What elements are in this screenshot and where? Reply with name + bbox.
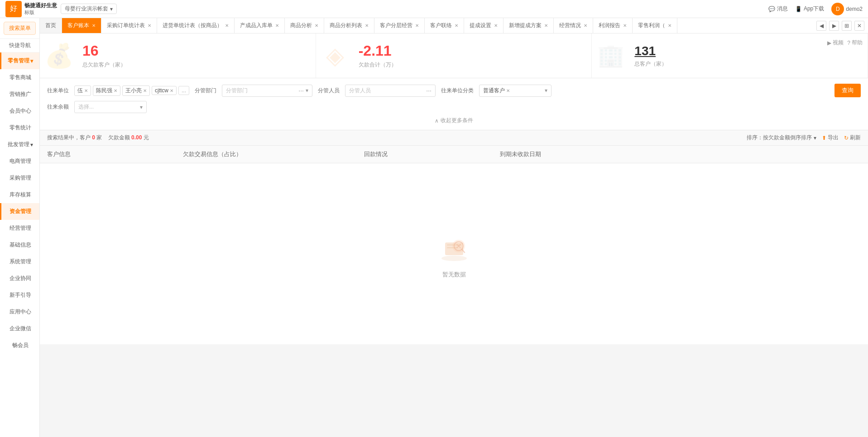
overdue-customers-label: 总欠款客户（家） <box>82 61 126 69</box>
app-download-btn[interactable]: 📱 App下载 <box>795 5 824 13</box>
sidebar-item-procurement[interactable]: 采购管理 <box>0 170 39 186</box>
export-btn[interactable]: ⬆ 导出 <box>822 134 839 142</box>
sidebar-item-retail-mall[interactable]: 零售商城 <box>0 69 39 86</box>
total-customers-value: 131 <box>634 44 667 58</box>
tab-product-analysis[interactable]: 商品分析 ✕ <box>285 18 324 33</box>
category-tag-close[interactable]: ✕ <box>506 88 510 93</box>
col-repayment: 回款情况 <box>364 150 500 158</box>
sidebar-item-vip[interactable]: 畅会员 <box>0 337 39 354</box>
sidebar-item-wechat[interactable]: 企业微信 <box>0 320 39 337</box>
account-selector[interactable]: 母婴行业演示帐套 ▾ <box>61 4 117 14</box>
stat-info-amount: -2.11 欠款合计（万） <box>359 43 397 69</box>
sidebar-item-capital[interactable]: 资金管理 <box>0 203 39 220</box>
tab-close-contact[interactable]: ✕ <box>455 23 458 28</box>
refresh-btn[interactable]: ↻ 刷新 <box>844 134 861 142</box>
sidebar-item-guide[interactable]: 新手引导 <box>0 287 39 304</box>
table-container: 客户信息 欠款交易信息（占比） 回款情况 到期未收款日期 <box>40 146 868 344</box>
sidebar-item-app-center[interactable]: 应用中心 <box>0 304 39 320</box>
balance-select[interactable]: 选择... ▾ <box>74 101 147 113</box>
filter-tag-cjttcw: cjttcw ✕ <box>152 86 177 95</box>
tab-close-promo-settings[interactable]: ✕ <box>494 23 498 28</box>
overdue-amount-value: -2.11 <box>359 43 397 59</box>
manager-select[interactable]: 分管人员 ··· <box>345 85 436 97</box>
video-btn[interactable]: ▶ 视频 <box>827 39 844 47</box>
tab-operations[interactable]: 经营情况 ✕ <box>554 18 593 33</box>
tab-close-purchase[interactable]: ✕ <box>148 23 151 28</box>
customers-icon: 💰 <box>45 42 72 69</box>
query-btn[interactable]: 查询 <box>834 84 861 97</box>
sort-chevron: ▾ <box>814 135 816 141</box>
manager-dots[interactable]: ··· <box>426 87 432 94</box>
search-menu-btn[interactable]: 搜索菜单 <box>4 22 36 35</box>
tab-close-segment[interactable]: ✕ <box>415 23 419 28</box>
col-debt-info: 欠款交易信息（占比） <box>183 150 364 158</box>
tag-wu-close[interactable]: ✕ <box>84 88 88 93</box>
sidebar-item-ecommerce[interactable]: 电商管理 <box>0 153 39 170</box>
quick-nav-btn[interactable]: 快捷导航 <box>0 39 39 52</box>
tab-home[interactable]: 首页 <box>40 18 62 33</box>
sidebar-item-member[interactable]: 会员中心 <box>0 103 39 119</box>
tab-close-ops[interactable]: ✕ <box>584 23 587 28</box>
tab-next-btn[interactable]: ▶ <box>829 21 839 31</box>
department-dots[interactable]: ··· <box>298 87 304 94</box>
col-due-date: 到期未收款日期 <box>500 150 861 158</box>
main-layout: 搜索菜单 快捷导航 零售管理 ▾ 零售商城 营销推广 会员中心 零售统计 批发管… <box>0 18 868 437</box>
message-btn[interactable]: 💬 消息 <box>768 5 788 13</box>
tab-close-accounts[interactable]: ✕ <box>92 23 96 28</box>
manager-label: 分管人员 <box>318 87 340 95</box>
stat-card-amount: ◈ -2.11 欠款合计（万） <box>316 33 592 78</box>
tab-profit[interactable]: 利润报告 ✕ <box>593 18 633 33</box>
collapse-btn[interactable]: ∧ 收起更多条件 <box>435 117 473 124</box>
avatar: D <box>831 3 844 15</box>
tab-expand-btn[interactable]: ⊞ <box>842 21 852 31</box>
tab-close-retail-profit[interactable]: ✕ <box>668 23 671 28</box>
tag-wang-close[interactable]: ✕ <box>143 88 147 93</box>
tab-product-analysis-list[interactable]: 商品分析列表 ✕ <box>324 18 374 33</box>
tab-product-inbound[interactable]: 产成品入库单 ✕ <box>235 18 285 33</box>
tab-purchase-orders[interactable]: 采购订单统计表 ✕ <box>101 18 157 33</box>
filter-row-2: 往来余额 选择... ▾ <box>47 101 861 113</box>
tab-customer-contact[interactable]: 客户联络 ✕ <box>425 18 464 33</box>
message-icon: 💬 <box>768 6 775 12</box>
tab-close-analysis[interactable]: ✕ <box>315 23 318 28</box>
tab-prev-btn[interactable]: ◀ <box>816 21 826 31</box>
help-btn[interactable]: ? 帮助 <box>847 39 863 47</box>
sidebar-item-basic[interactable]: 基础信息 <box>0 237 39 253</box>
tab-close-product[interactable]: ✕ <box>275 23 279 28</box>
page-help: ▶ 视频 ? 帮助 <box>827 39 863 47</box>
category-tag: 普通客户 ✕ <box>483 87 510 95</box>
tab-close-inbound[interactable]: ✕ <box>225 23 229 28</box>
category-select[interactable]: 普通客户 ✕ ▾ <box>479 85 551 97</box>
tab-new-promotion[interactable]: 新增提成方案 ✕ <box>504 18 554 33</box>
user-avatar-btn[interactable]: D demo2 <box>831 3 863 15</box>
tab-close-analysis-list[interactable]: ✕ <box>365 23 369 28</box>
sidebar-item-operations[interactable]: 经营管理 <box>0 220 39 237</box>
export-icon: ⬆ <box>822 135 826 141</box>
filter-tag-wu: 伍 ✕ <box>74 86 91 96</box>
sidebar-item-retail[interactable]: 零售管理 ▾ <box>0 52 39 69</box>
sidebar-item-inventory[interactable]: 库存核算 <box>0 186 39 203</box>
sidebar: 搜索菜单 快捷导航 零售管理 ▾ 零售商城 营销推广 会员中心 零售统计 批发管… <box>0 18 40 437</box>
tab-promotion-settings[interactable]: 提成设置 ✕ <box>464 18 504 33</box>
department-placeholder: 分管部门 <box>226 87 248 95</box>
tab-close-all-btn[interactable]: ✕ <box>854 21 864 31</box>
tab-close-profit[interactable]: ✕ <box>623 23 627 28</box>
department-select[interactable]: 分管部门 ··· ▾ <box>222 85 312 97</box>
tab-accounts[interactable]: 客户账本 ✕ <box>62 18 101 33</box>
tag-chen-close[interactable]: ✕ <box>114 88 117 93</box>
filter-tags: 伍 ✕ 陈民强 ✕ 王小亮 ✕ cjttcw ✕ <box>74 86 189 96</box>
sidebar-item-marketing[interactable]: 营销推广 <box>0 86 39 103</box>
sidebar-item-retail-stats[interactable]: 零售统计 <box>0 119 39 136</box>
play-icon: ▶ <box>827 40 831 46</box>
sidebar-item-wholesale[interactable]: 批发管理 ▾ <box>0 136 39 153</box>
tag-cjttcw-close[interactable]: ✕ <box>170 88 173 93</box>
tab-customer-segment[interactable]: 客户分层经营 ✕ <box>374 18 425 33</box>
tab-close-new-promo[interactable]: ✕ <box>544 23 548 28</box>
sidebar-search-area: 搜索菜单 <box>0 18 39 39</box>
tab-retail-profit[interactable]: 零售利润（ ✕ <box>633 18 677 33</box>
filter-tag-more[interactable]: ... <box>178 86 189 95</box>
sort-select[interactable]: 排序：按欠款金额倒序排序 ▾ <box>747 134 816 142</box>
tab-inbound-stats[interactable]: 进货单统计表（按商品） ✕ <box>157 18 235 33</box>
sidebar-item-system[interactable]: 系统管理 <box>0 253 39 270</box>
sidebar-item-enterprise[interactable]: 企业协同 <box>0 270 39 287</box>
